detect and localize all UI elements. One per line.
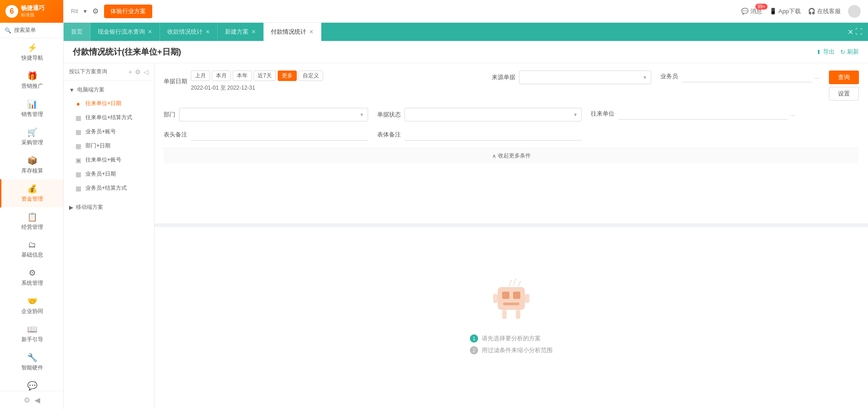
note-body-input[interactable] [404,129,582,141]
counterpart-input[interactable] [618,108,788,120]
date-btn-more[interactable]: 更多 [278,71,297,81]
svg-rect-3 [503,303,519,305]
status-select[interactable]: ▾ [404,108,582,121]
date-btn-7days[interactable]: 近7天 [254,71,276,81]
inventory-icon: 📦 [27,156,37,166]
customer-service-btn[interactable]: 🎧 在线客服 [808,7,841,15]
page-body: 按以下方案查询 + ⚙ ◁ ▼ 电脑端方案 ● 往来 [64,63,868,409]
date-range-display[interactable]: 2022-01-01 至 2022-12-31 [191,84,323,92]
date-btn-this-year[interactable]: 本年 [233,71,252,81]
plan-item-counterpart-payment[interactable]: ▦ 往来单位+结算方式 [64,111,154,125]
sidebar-item-purchase[interactable]: 🛒 采购管理 [0,123,63,151]
filter-settings-btn[interactable]: 设置 [829,87,859,101]
sidebar-item-operation[interactable]: 📋 经营管理 [0,207,63,236]
status-filter: 单据状态 ▾ [377,108,582,121]
left-panel-header: 按以下方案查询 + ⚙ ◁ [64,63,154,81]
plan-item-dept-date[interactable]: ▦ 部门+日期 [64,139,154,153]
sidebar-item-guide[interactable]: 📖 新手引导 [0,320,63,348]
staff-select-icon[interactable]: … [814,73,820,80]
app-icon: 📱 [769,8,777,15]
mobile-section-header[interactable]: ▶ 移动端方案 [64,201,154,214]
header: Rit ▾ ⚙ 体验行业方案 💬 消息 99+ 📱 App下载 🎧 在线客服 [64,0,868,23]
message-icon: 💬 [741,8,748,15]
sidebar-item-finance[interactable]: 💰 资金管理 [0,179,63,207]
sidebar-settings-btn[interactable]: ⚙ [24,396,30,404]
plan-item-counterpart-date[interactable]: ● 往来单位+日期 [64,96,154,111]
sidebar-item-marketing[interactable]: 🎁 营销推广 [0,66,63,95]
sidebar-collapse-btn[interactable]: ◀ [35,396,40,404]
collapse-more-btn[interactable]: ∧ 收起更多条件 [492,152,531,160]
sidebar-item-hardware[interactable]: 🔧 智能硬件 [0,348,63,376]
desktop-section-label: 电脑端方案 [77,86,105,94]
filter-row-3: 表头备注 表体备注 [164,129,859,141]
tip-text-2: 用过滤条件来缩小分析范围 [482,346,553,354]
tab-home[interactable]: 首页 [64,23,90,41]
date-btn-last-month[interactable]: 上月 [191,71,210,81]
plan-item-counterpart-account[interactable]: ▣ 往来单位+账号 [64,153,154,167]
sidebar-item-inventory[interactable]: 📦 库存核算 [0,151,63,179]
trial-btn[interactable]: 体验行业方案 [104,5,152,18]
note-head-input[interactable] [191,129,368,141]
sidebar-item-quick-nav[interactable]: ⚡ 快捷导航 [0,38,63,66]
date-btn-custom[interactable]: 自定义 [299,71,323,81]
counterpart-label: 往来单位 [591,110,614,118]
tab-bank[interactable]: 现金银行流水查询 ✕ [90,23,160,41]
plan-item-staff-account[interactable]: ▦ 业务员+账号 [64,125,154,139]
header-dropdown[interactable]: ▾ [84,8,87,15]
plan-item-staff-date[interactable]: ▦ 业务员+日期 [64,167,154,181]
refresh-label: 刷新 [847,48,859,56]
dept-filter: 部门 ▾ [164,108,368,121]
sidebar-item-enterprise[interactable]: 🤝 企业协同 [0,292,63,320]
mobile-section-label: 移动端方案 [76,203,103,211]
tab-payments[interactable]: 付款情况统计 ✕ [264,23,321,41]
add-plan-btn[interactable]: + [129,68,132,76]
counterpart-select-icon[interactable]: … [789,111,795,117]
panel-collapse-btn[interactable]: ◁ [144,68,149,76]
user-avatar[interactable] [848,5,861,18]
svg-line-9 [514,279,516,285]
date-btn-this-month[interactable]: 本月 [212,71,231,81]
search-menu[interactable]: 🔍 搜索菜单 [0,23,63,38]
filter-row-1: 单据日期 上月 本月 本年 近7天 更多 自定义 [164,71,859,101]
page-title: 付款情况统计(往来单位+日期) [73,46,181,57]
plan-settings-btn[interactable]: ⚙ [135,68,141,76]
query-btn[interactable]: 查询 [829,71,859,84]
sidebar-item-sales[interactable]: 📊 销售管理 [0,95,63,123]
refresh-icon: ↻ [840,49,845,56]
sidebar-item-system[interactable]: ⚙ 系统管理 [0,263,63,292]
sidebar-item-basic[interactable]: 🗂 基础信息 [0,236,63,263]
svg-rect-0 [498,287,525,310]
dept-select[interactable]: ▾ [179,108,368,121]
tab-bank-close-icon[interactable]: ✕ [148,29,152,35]
tip-num-2: 2 [470,346,478,354]
tab-payments-close-icon[interactable]: ✕ [309,29,314,35]
header-settings-icon[interactable]: ⚙ [92,7,99,15]
tab-new-plan-close-icon[interactable]: ✕ [251,29,256,35]
app-label: App下载 [778,7,801,15]
operation-icon: 📋 [27,212,37,222]
staff-input[interactable] [682,71,812,82]
plan-item-label: 往来单位+结算方式 [85,114,132,121]
plan-item-label: 往来单位+日期 [85,100,121,107]
messages-btn[interactable]: 💬 消息 99+ [741,7,762,15]
header-right: 💬 消息 99+ 📱 App下载 🎧 在线客服 [741,5,861,18]
sales-icon: 📊 [27,99,37,109]
export-btn[interactable]: ⬆ 导出 [816,48,835,56]
desktop-section-header[interactable]: ▼ 电脑端方案 [64,83,154,96]
source-select[interactable]: ▾ [519,71,651,84]
refresh-btn[interactable]: ↻ 刷新 [840,48,859,56]
tab-bank-label: 现金银行流水查询 [98,28,145,36]
sidebar-item-weixin[interactable]: 💬 企业微信 [0,376,63,391]
empty-tip-2: 2 用过滤条件来缩小分析范围 [470,346,553,354]
tab-receipts[interactable]: 收款情况统计 ✕ [160,23,218,41]
tab-receipts-close-icon[interactable]: ✕ [205,29,210,35]
basic-icon: 🗂 [28,240,36,250]
tab-new-plan[interactable]: 新建方案 ✕ [218,23,264,41]
plan-icon: ▦ [75,142,82,150]
hardware-icon: 🔧 [27,353,37,363]
tab-close-all-icon[interactable]: ✕ [848,28,853,36]
tab-maximize-icon[interactable]: ⛶ [855,28,863,36]
plan-item-staff-payment[interactable]: ▦ 业务员+结算方式 [64,181,154,195]
app-download-btn[interactable]: 📱 App下载 [769,7,801,15]
quick-nav-icon: ⚡ [27,43,37,53]
